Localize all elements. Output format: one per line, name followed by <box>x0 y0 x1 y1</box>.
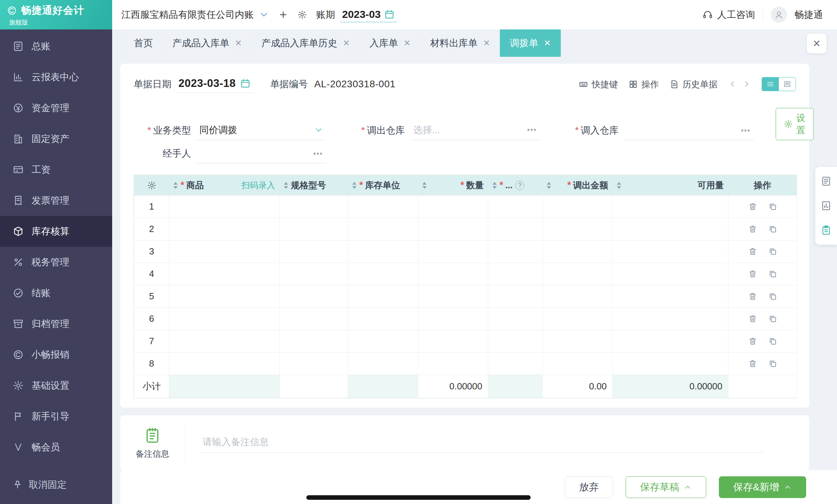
cell-qty[interactable] <box>418 196 488 218</box>
delete-row-icon[interactable] <box>748 269 757 279</box>
cell-extra[interactable] <box>488 308 543 330</box>
column-spec[interactable]: 规格型号 <box>291 179 326 191</box>
tab-home[interactable]: 首页 <box>124 29 163 57</box>
cell-available[interactable] <box>613 330 728 353</box>
cell-product[interactable] <box>169 308 280 330</box>
cell-available[interactable] <box>613 353 728 375</box>
cell-product[interactable] <box>169 330 280 353</box>
chevron-right-icon[interactable] <box>742 80 751 89</box>
sort-icon[interactable] <box>173 182 178 189</box>
consult-button[interactable]: 人工咨询 <box>702 8 755 21</box>
delete-row-icon[interactable] <box>748 292 757 301</box>
delete-row-icon[interactable] <box>748 314 757 323</box>
delete-row-icon[interactable] <box>748 247 757 256</box>
cell-unit[interactable] <box>348 218 418 240</box>
cell-available[interactable] <box>613 308 728 330</box>
cell-spec[interactable] <box>280 196 348 218</box>
cell-qty[interactable] <box>418 240 488 263</box>
sort-icon[interactable] <box>617 182 621 189</box>
cell-product[interactable] <box>169 263 280 285</box>
tab-finished-goods-inbound[interactable]: 产成品入库单✕ <box>163 29 252 57</box>
cell-spec[interactable] <box>280 263 348 285</box>
close-icon[interactable]: ✕ <box>235 39 242 47</box>
tab-material-outbound[interactable]: 材料出库单✕ <box>420 29 500 57</box>
cell-spec[interactable] <box>280 285 348 308</box>
copy-row-icon[interactable] <box>768 336 777 346</box>
save-and-new-button[interactable]: 保存&新增 <box>719 476 806 498</box>
cell-unit[interactable] <box>348 308 418 330</box>
sidebar-item-cloud-reports[interactable]: 云报表中心 <box>0 62 112 93</box>
cell-extra[interactable] <box>488 285 543 308</box>
copy-row-icon[interactable] <box>768 269 777 279</box>
sort-icon[interactable] <box>422 182 427 189</box>
avatar[interactable] <box>771 7 787 23</box>
cell-unit[interactable] <box>348 330 418 353</box>
remarks-input[interactable] <box>201 433 764 452</box>
business-type-select[interactable]: 同价调拨 <box>197 122 326 140</box>
unpin-sidebar-button[interactable]: 取消固定 <box>0 465 112 504</box>
cell-extra[interactable] <box>488 353 543 375</box>
copy-row-icon[interactable] <box>768 314 777 323</box>
cell-product[interactable] <box>169 353 280 375</box>
sidebar-item-invoice[interactable]: 发票管理 <box>0 185 112 216</box>
cell-extra[interactable] <box>488 330 543 353</box>
sort-icon[interactable] <box>492 182 497 189</box>
company-selector[interactable]: 江西服宝精品有限责任公司内账 <box>121 8 269 21</box>
column-quantity[interactable]: 数量 <box>460 179 484 191</box>
side-panel-clipboard-button[interactable] <box>815 218 837 243</box>
shortcut-keys-button[interactable]: 快捷键 <box>579 79 618 90</box>
cell-qty[interactable] <box>418 263 488 285</box>
cell-available[interactable] <box>613 240 728 263</box>
cell-amount[interactable] <box>543 330 613 353</box>
cell-product[interactable] <box>169 240 280 263</box>
column-available[interactable]: 可用量 <box>698 179 724 191</box>
sidebar-item-base-settings[interactable]: 基础设置 <box>0 370 112 401</box>
cell-spec[interactable] <box>280 353 348 375</box>
cell-amount[interactable] <box>543 353 613 375</box>
sidebar-item-funds[interactable]: 资金管理 <box>0 93 112 123</box>
out-warehouse-field[interactable]: 选择... ⋯ <box>410 122 540 140</box>
column-product[interactable]: 商品 <box>181 179 204 191</box>
copy-row-icon[interactable] <box>768 359 777 368</box>
copy-row-icon[interactable] <box>768 202 777 211</box>
cell-unit[interactable] <box>348 285 418 308</box>
ellipsis-picker-icon[interactable]: ⋯ <box>527 128 537 132</box>
sidebar-item-fixed-assets[interactable]: 固定资产 <box>0 123 112 154</box>
close-icon[interactable]: ✕ <box>403 39 410 47</box>
cell-extra[interactable] <box>488 240 543 263</box>
tab-finished-goods-inbound-history[interactable]: 产成品入库单历史✕ <box>252 29 360 57</box>
tab-transfer-order[interactable]: 调拨单✕ <box>500 29 560 57</box>
cell-qty[interactable] <box>418 353 488 375</box>
cell-available[interactable] <box>613 285 728 308</box>
discard-button[interactable]: 放弃 <box>565 476 613 498</box>
sidebar-item-payroll[interactable]: 工资 <box>0 154 112 185</box>
grid-view-button[interactable] <box>779 77 796 91</box>
cell-product[interactable] <box>169 285 280 308</box>
sort-icon[interactable] <box>352 182 356 189</box>
cell-amount[interactable] <box>543 263 613 285</box>
sidebar-item-reimburse[interactable]: 小畅报销 <box>0 339 112 370</box>
close-icon[interactable]: ✕ <box>343 39 350 47</box>
cell-available[interactable] <box>613 263 728 285</box>
in-warehouse-field[interactable]: ⋯ <box>624 123 754 140</box>
cell-unit[interactable] <box>348 263 418 285</box>
cell-extra[interactable] <box>488 196 543 218</box>
cell-amount[interactable] <box>543 218 613 240</box>
handler-field[interactable]: ⋯ <box>197 147 326 163</box>
side-panel-report-button[interactable] <box>815 193 837 218</box>
gear-icon[interactable] <box>297 10 307 20</box>
cell-unit[interactable] <box>348 240 418 263</box>
table-settings-button[interactable]: 设置 <box>776 108 814 140</box>
close-icon[interactable]: ✕ <box>483 39 490 47</box>
cell-extra[interactable] <box>488 263 543 285</box>
cell-product[interactable] <box>169 196 280 218</box>
ellipsis-picker-icon[interactable]: ⋯ <box>313 151 324 156</box>
cell-product[interactable] <box>169 218 280 240</box>
scan-entry-link[interactable]: 扫码录入 <box>241 180 275 191</box>
delete-row-icon[interactable] <box>748 202 757 211</box>
list-view-button[interactable] <box>762 77 779 91</box>
tab-inbound-order[interactable]: 入库单✕ <box>360 29 420 57</box>
cell-unit[interactable] <box>348 353 418 375</box>
column-unit[interactable]: 库存单位 <box>359 179 400 191</box>
cell-spec[interactable] <box>280 240 348 263</box>
